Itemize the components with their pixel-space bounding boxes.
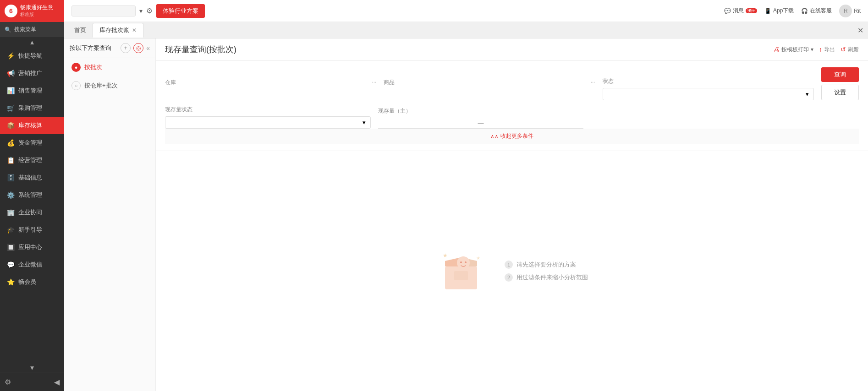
refresh-btn[interactable]: ↺ 刷新 [841, 46, 859, 54]
status-filter-label: 状态 [603, 77, 614, 85]
sidebar-item-member[interactable]: ⭐ 畅会员 [0, 273, 64, 291]
svg-point-5 [460, 261, 462, 263]
search-label: 搜索菜单 [14, 26, 36, 33]
stock-qty-max-input[interactable] [488, 119, 584, 126]
goods-more-icon[interactable]: ··· [591, 79, 595, 87]
filter-stock-status-group: 现存量状态 ▾ [165, 106, 371, 129]
warehouse-more-icon[interactable]: ··· [372, 79, 376, 87]
sidebar-item-wechat[interactable]: 💬 企业微信 [0, 256, 64, 273]
sidebar-item-operation[interactable]: 📋 经营管理 [0, 152, 64, 169]
sidebar-item-apps[interactable]: 🔲 应用中心 [0, 239, 64, 256]
print-dropdown-icon: ▾ [811, 46, 813, 53]
goods-input[interactable] [384, 91, 595, 98]
panel-collapse-btn[interactable]: « [146, 44, 150, 52]
topbar-settings-btn[interactable]: ⚙ [146, 6, 153, 15]
tab-area-close-btn[interactable]: ✕ [857, 26, 863, 34]
export-btn[interactable]: ↑ 导出 [819, 46, 835, 54]
user-menu-btn[interactable]: R Rit [839, 5, 861, 17]
filter-settings-btn[interactable]: 设置 [821, 85, 859, 100]
wechat-icon: 💬 [6, 261, 15, 269]
panel-actions: + ◎ « [121, 43, 150, 53]
panel-title: 按以下方案查询 [70, 44, 111, 52]
sidebar-item-quick[interactable]: ⚡ 快捷导航 [0, 47, 64, 65]
export-label: 导出 [824, 46, 835, 54]
scroll-down-btn[interactable]: ▼ [0, 363, 64, 373]
hint-item-1: 1 请先选择要分析的方案 [505, 261, 588, 269]
sidebar-item-marketing[interactable]: 📢 营销推广 [0, 65, 64, 82]
stock-qty-min-input[interactable] [378, 119, 474, 126]
sidebar-item-system[interactable]: ⚙️ 系统管理 [0, 186, 64, 204]
tab-home[interactable]: 首页 [68, 23, 93, 37]
settings-footer-btn[interactable]: ⚙ [5, 378, 11, 386]
sidebar-search[interactable]: 🔍 搜索菜单 [0, 22, 64, 37]
sidebar-header: 6 畅康通好生意 标准版 [0, 0, 64, 22]
step-num-1: 1 [505, 261, 513, 269]
status-select[interactable]: ▾ [603, 88, 814, 100]
collapse-bar[interactable]: ∧∧ 收起更多条件 [165, 129, 859, 144]
tab-home-label: 首页 [74, 26, 86, 34]
filter-area: 仓库 ··· 商品 ··· [156, 61, 868, 151]
sidebar-item-enterprise[interactable]: 🏢 企业协同 [0, 204, 64, 221]
finance-icon: 💰 [6, 139, 15, 147]
query-btn[interactable]: 查询 [821, 67, 859, 82]
svg-text:★: ★ [476, 255, 480, 261]
sidebar-item-label: 快捷导航 [18, 52, 42, 60]
warehouse-batch-icon: ○ [71, 81, 81, 90]
range-dash: — [478, 119, 484, 126]
refresh-label: 刷新 [848, 46, 859, 54]
panel-item-warehouse-batch[interactable]: ○ 按仓库+批次 [64, 76, 155, 95]
messages-btn[interactable]: 💬 消息 99+ [724, 7, 757, 15]
purchase-icon: 🛒 [6, 104, 15, 112]
system-icon: ⚙️ [6, 191, 15, 199]
sidebar-item-label: 库存核算 [18, 121, 42, 130]
sidebar-item-inventory[interactable]: 📦 库存核算 [0, 117, 64, 134]
tab-close-btn[interactable]: ✕ [132, 27, 137, 33]
warehouse-input[interactable] [165, 91, 376, 98]
trial-btn[interactable]: 体验行业方案 [156, 4, 205, 18]
empty-state: ★ ★ 1 请先选择要分析的方案 2 用过滤条件来缩小分析范围 [156, 151, 868, 391]
scroll-up-btn[interactable]: ▲ [0, 37, 64, 47]
sidebar: 6 畅康通好生意 标准版 🔍 搜索菜单 ▲ ⚡ 快捷导航 📢 营销推广 📊 销售… [0, 0, 64, 391]
sidebar-item-basic[interactable]: 🗄️ 基础信息 [0, 169, 64, 186]
sidebar-item-purchase[interactable]: 🛒 采购管理 [0, 99, 64, 117]
hint-text-1: 请先选择要分析的方案 [516, 261, 576, 269]
empty-illustration: ★ ★ [436, 244, 491, 299]
page-title: 现存量查询(按批次) [165, 44, 236, 55]
panel-target-btn[interactable]: ◎ [133, 43, 143, 53]
apps-icon: 🔲 [6, 243, 15, 251]
panel-add-btn[interactable]: + [121, 43, 131, 53]
tab-inventory-batch[interactable]: 库存批次账 ✕ [93, 23, 143, 38]
sidebar-item-label: 经营管理 [18, 156, 42, 164]
goods-filter-label: 商品 [384, 79, 395, 87]
marketing-icon: 📢 [6, 69, 15, 77]
print-btn[interactable]: 🖨 按模板打印 ▾ [773, 46, 813, 54]
sidebar-item-sales[interactable]: 📊 销售管理 [0, 82, 64, 99]
stock-status-dropdown-icon: ▾ [363, 119, 366, 126]
empty-hints: 1 请先选择要分析的方案 2 用过滤条件来缩小分析范围 [505, 261, 588, 282]
app-version: 标准版 [20, 11, 53, 18]
sales-icon: 📊 [6, 87, 15, 95]
sidebar-item-label: 采购管理 [18, 104, 42, 112]
svg-text:★: ★ [443, 252, 448, 259]
filter-warehouse-group: 仓库 ··· [165, 79, 376, 100]
messages-label: 消息 [733, 7, 744, 15]
sidebar-item-label: 销售管理 [18, 87, 42, 95]
sidebar-item-newbie[interactable]: 🎓 新手引导 [0, 221, 64, 239]
stock-status-select[interactable]: ▾ [165, 116, 371, 129]
topbar: ▾ ⚙ 体验行业方案 💬 消息 99+ 📱 App下载 🎧 在线客服 R [64, 0, 868, 22]
online-service-btn[interactable]: 🎧 在线客服 [801, 7, 832, 15]
goods-input-wrap [384, 89, 595, 100]
warehouse-input-wrap [165, 89, 376, 100]
page-content: 按以下方案查询 + ◎ « ● 按批次 ○ 按仓库+批次 现存量查询(按批次) [64, 38, 868, 391]
topbar-dropdown-btn[interactable]: ▾ [139, 7, 143, 15]
newbie-icon: 🎓 [6, 226, 15, 234]
collapse-sidebar-btn[interactable]: ◀ [54, 378, 60, 386]
export-icon: ↑ [819, 46, 822, 53]
app-download-btn[interactable]: 📱 App下载 [764, 7, 794, 15]
sidebar-item-finance[interactable]: 💰 资金管理 [0, 134, 64, 152]
user-name: Rit [854, 8, 861, 14]
tab-inventory-batch-label: 库存批次账 [99, 26, 129, 34]
operation-icon: 📋 [6, 156, 15, 164]
panel-item-batch[interactable]: ● 按批次 [64, 58, 155, 76]
topbar-search-input[interactable] [71, 5, 136, 16]
